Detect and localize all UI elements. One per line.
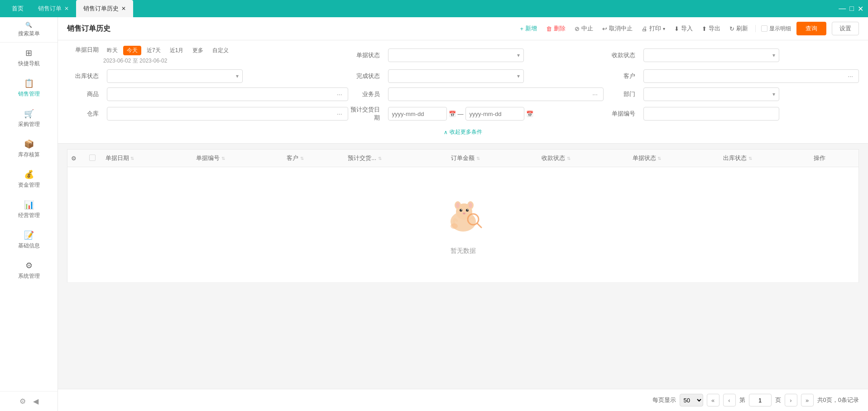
receipt-status-select[interactable]: ▾ [643, 48, 779, 62]
maximize-btn[interactable]: □ [849, 5, 854, 13]
sort-customer-icon[interactable]: ⇅ [300, 156, 304, 161]
sidebar-item-business[interactable]: 📊 经营管理 [0, 194, 58, 225]
empty-illustration [441, 194, 486, 240]
warehouse-select[interactable]: ··· [107, 107, 348, 121]
tab-sales-order-label: 销售订单 [38, 5, 62, 13]
last-page-icon: » [806, 397, 809, 404]
page-number-input[interactable] [749, 394, 772, 406]
sidebar-search[interactable]: 🔍 搜索菜单 [0, 17, 58, 43]
next-page-button[interactable]: › [785, 394, 797, 406]
goods-ellipsis[interactable]: ··· [335, 91, 344, 98]
sidebar-item-quick-nav[interactable]: ⊞ 快捷导航 [0, 43, 58, 73]
th-settings[interactable]: ⚙ [67, 150, 86, 167]
sidebar-item-system[interactable]: ⚙ 系统管理 [0, 255, 58, 285]
collapse-button[interactable]: ∧ 收起更多条件 [67, 126, 859, 138]
tab-home[interactable]: 首页 [5, 0, 31, 17]
minimize-btn[interactable]: — [839, 5, 846, 13]
th-bill-no-label: 单据编号 [196, 155, 220, 161]
th-checkbox[interactable] [86, 150, 102, 167]
bill-status-select[interactable]: ▾ [388, 48, 524, 62]
sidebar-item-system-label: 系统管理 [18, 272, 40, 280]
salesperson-ellipsis[interactable]: ··· [590, 91, 599, 98]
warehouse-ellipsis[interactable]: ··· [335, 110, 344, 117]
sidebar-collapse-icon[interactable]: ◀ [33, 397, 38, 406]
salesperson-select[interactable]: ··· [388, 87, 604, 101]
first-page-icon: « [711, 397, 715, 404]
tab-sales-order-close[interactable]: ✕ [64, 5, 69, 12]
goods-select[interactable]: ··· [107, 87, 348, 101]
calendar-to-icon[interactable]: 📅 [526, 111, 533, 117]
th-order-amount[interactable]: 订单金额 ⇅ [447, 150, 538, 167]
sidebar-item-quick-nav-label: 快捷导航 [18, 60, 40, 68]
tab-sales-order-history[interactable]: 销售订单历史 ✕ [76, 0, 133, 17]
sidebar-item-inventory[interactable]: 📦 库存核算 [0, 134, 58, 164]
sort-receipt-status-icon[interactable]: ⇅ [567, 156, 571, 161]
svg-point-9 [467, 209, 468, 210]
th-delivery-status[interactable]: 出库状态 ⇅ [719, 150, 810, 167]
tab-sales-order[interactable]: 销售订单 ✕ [31, 0, 76, 17]
date-btn-yesterday[interactable]: 昨天 [103, 46, 121, 55]
sidebar-settings-icon[interactable]: ⚙ [19, 397, 26, 406]
complete-status-select[interactable]: ▾ [388, 69, 524, 83]
sidebar-item-purchase-mgmt[interactable]: 🛒 采购管理 [0, 103, 58, 134]
import-label: 导入 [681, 24, 693, 33]
sidebar-item-basic-info[interactable]: 📝 基础信息 [0, 225, 58, 255]
sort-delivery-status-icon[interactable]: ⇅ [748, 156, 752, 161]
print-button[interactable]: 🖨 打印 ▾ [640, 23, 667, 34]
sort-expected-delivery-icon[interactable]: ⇅ [378, 156, 382, 161]
delivery-status-select[interactable]: ▾ [107, 69, 243, 83]
total-info: 共0页，0条记录 [817, 396, 859, 404]
dept-select[interactable]: ▾ [643, 87, 779, 101]
close-btn[interactable]: ✕ [858, 5, 863, 13]
display-toggle[interactable]: 显示明细 [761, 25, 791, 33]
page-label-prefix: 第 [739, 396, 745, 404]
th-receipt-status[interactable]: 收款状态 ⇅ [538, 150, 628, 167]
date-btn-7days[interactable]: 近7天 [143, 46, 164, 55]
setting-button[interactable]: 设置 [832, 22, 859, 35]
import-button[interactable]: ⬇ 导入 [672, 23, 695, 34]
bill-no-input[interactable] [643, 107, 779, 121]
export-button[interactable]: ⬆ 导出 [700, 23, 722, 34]
date-btn-today[interactable]: 今天 [123, 46, 141, 55]
th-bill-date[interactable]: 单据日期 ⇅ [102, 150, 192, 167]
export-icon: ⬆ [702, 25, 707, 32]
customer-ellipsis[interactable]: ··· [846, 73, 855, 80]
sidebar-item-capital[interactable]: 💰 资金管理 [0, 164, 58, 194]
sort-bill-status-icon[interactable]: ⇅ [657, 156, 661, 161]
sidebar-search-label: 搜索菜单 [18, 30, 40, 38]
date-btn-1month[interactable]: 近1月 [166, 46, 187, 55]
per-page-select[interactable]: 50 10 20 100 [680, 394, 703, 406]
calendar-from-icon[interactable]: 📅 [449, 111, 456, 117]
sort-bill-date-icon[interactable]: ⇅ [130, 156, 134, 161]
customer-select[interactable]: ··· [643, 69, 859, 83]
th-customer[interactable]: 客户 ⇅ [283, 150, 344, 167]
add-button[interactable]: + 新增 [518, 23, 539, 34]
purchase-mgmt-icon: 🛒 [24, 109, 34, 119]
sort-bill-no-icon[interactable]: ⇅ [221, 156, 225, 161]
delivery-date-to[interactable] [465, 107, 524, 121]
th-bill-no[interactable]: 单据编号 ⇅ [192, 150, 283, 167]
cancel-stop-button[interactable]: ↩ 取消中止 [600, 23, 634, 34]
display-toggle-checkbox[interactable] [761, 25, 767, 32]
th-expected-delivery[interactable]: 预计交货... ⇅ [344, 150, 447, 167]
sidebar-item-sales-mgmt[interactable]: 📋 销售管理 [0, 73, 58, 103]
add-icon: + [520, 25, 523, 32]
empty-state-cell: 暂无数据 [67, 167, 859, 283]
th-bill-status[interactable]: 单据状态 ⇅ [629, 150, 719, 167]
query-button[interactable]: 查询 [796, 22, 826, 35]
filter-row-3: 商品 ··· 业务员 ··· 部门 [67, 87, 859, 101]
stop-button[interactable]: ⊘ 中止 [573, 23, 595, 34]
window-controls: — □ ✕ [839, 5, 863, 13]
tab-sales-order-history-close[interactable]: ✕ [121, 5, 126, 12]
last-page-button[interactable]: » [801, 394, 814, 406]
delete-button[interactable]: 🗑 删除 [544, 23, 567, 34]
refresh-button[interactable]: ↻ 刷新 [728, 23, 750, 34]
pagination: 每页显示 50 10 20 100 « ‹ 第 页 › » 共0页，0条记录 [58, 389, 868, 411]
search-icon: 🔍 [25, 22, 32, 28]
date-btn-custom[interactable]: 自定义 [209, 46, 232, 55]
sort-order-amount-icon[interactable]: ⇅ [476, 156, 480, 161]
prev-page-button[interactable]: ‹ [723, 394, 736, 406]
delivery-date-from[interactable] [388, 107, 447, 121]
first-page-button[interactable]: « [707, 394, 719, 406]
date-btn-more[interactable]: 更多 [189, 46, 207, 55]
